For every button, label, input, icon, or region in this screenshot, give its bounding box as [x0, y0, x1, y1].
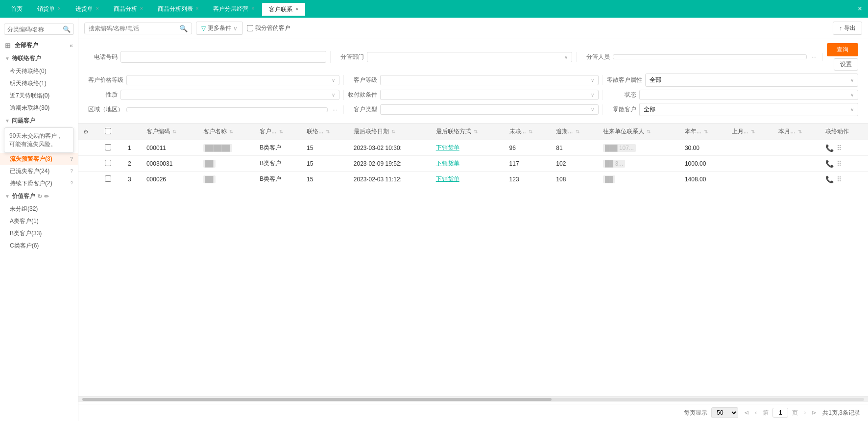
action-more-icon-2[interactable]: ⠿ [837, 175, 842, 183]
sidebar-item-class-a[interactable]: A类客户(1) [0, 215, 78, 227]
my-customers-checkbox[interactable] [247, 25, 253, 31]
col-last-month[interactable]: 上月... ⇅ [727, 124, 774, 140]
cell-checkbox-0[interactable] [100, 140, 123, 156]
sidebar-item-tomorrow[interactable]: 明天待联络(1) [0, 77, 78, 90]
query-btn[interactable]: 查询 [827, 43, 858, 56]
tab-customer-contact[interactable]: 客户联系 × [262, 2, 305, 16]
sidebar-collapse-icon[interactable]: « [70, 42, 73, 49]
col-not-contacted[interactable]: 未联... ⇅ [505, 124, 552, 140]
cell-checkbox-1[interactable] [100, 156, 123, 172]
page-first-icon[interactable]: ⊲ [742, 408, 751, 417]
filter-select-manager[interactable] [613, 54, 807, 59]
cell-last-way-2[interactable]: 下销货单 [431, 172, 505, 187]
sidebar-item-unclassified[interactable]: 未分组(32) [0, 203, 78, 215]
last-way-link-1[interactable]: 下销货单 [436, 160, 459, 167]
page-input[interactable] [772, 408, 788, 418]
tab-sales[interactable]: 销货单 × [30, 2, 68, 16]
sidebar-group-problem-header[interactable]: ▼ 问题客户 [0, 114, 78, 127]
more-filter-btn[interactable]: ▽ 更多条件 ∨ [196, 22, 243, 35]
col-code[interactable]: 客户编码 ⇅ [142, 124, 198, 140]
page-last-icon[interactable]: ⊳ [810, 408, 819, 417]
manager-dots-icon[interactable]: ··· [810, 53, 819, 60]
filter-select-status[interactable]: ∨ [639, 90, 858, 100]
action-more-icon-1[interactable]: ⠿ [837, 160, 842, 168]
search-input[interactable] [89, 25, 179, 32]
col-checkbox[interactable] [100, 124, 123, 140]
sidebar-item-overdue[interactable]: 逾期未联络(30) [0, 102, 78, 114]
action-phone-icon-2[interactable]: 📞 [825, 175, 834, 183]
col-settings[interactable]: ⚙ [78, 124, 100, 140]
cell-unit-contact-2: ██ [598, 172, 680, 187]
select-all-checkbox[interactable] [105, 128, 111, 134]
row-checkbox-1[interactable] [105, 160, 111, 166]
region-dots-icon[interactable]: ··· [331, 106, 339, 113]
filter-select-customer-type[interactable]: ∨ [380, 104, 599, 115]
tab-analysis[interactable]: 商品分析 × [107, 2, 150, 16]
col-contact[interactable]: 联络... ⇅ [302, 124, 349, 140]
tab-customer-tier[interactable]: 客户分层经营 × [206, 2, 261, 16]
cell-last-way-1[interactable]: 下销货单 [431, 156, 505, 172]
cell-last-way-0[interactable]: 下销货单 [431, 140, 505, 156]
action-phone-icon-1[interactable]: 📞 [825, 160, 834, 168]
filter-select-price-tier[interactable]: ∨ [126, 75, 339, 85]
col-this-year[interactable]: 本年... ⇅ [680, 124, 727, 140]
sidebar-item-class-b[interactable]: B类客户(33) [0, 227, 78, 240]
tab-customer-tier-close[interactable]: × [251, 2, 254, 16]
tab-purchase-close[interactable]: × [96, 2, 99, 16]
sidebar-group-pending-header[interactable]: ▼ 待联络客户 [0, 52, 78, 65]
toolbar-search-icon[interactable]: 🔍 [179, 25, 188, 32]
col-unit-contact[interactable]: 往来单位联系人 ⇅ [598, 124, 680, 140]
sidebar-all-customers[interactable]: ⊞ 全部客户 « [0, 39, 78, 52]
col-last-date[interactable]: 最后联络日期 ⇅ [349, 124, 431, 140]
row-checkbox-0[interactable] [105, 144, 111, 150]
last-way-link-2[interactable]: 下销货单 [436, 175, 459, 182]
tab-analysis-list-close[interactable]: × [196, 2, 199, 16]
page-nav: ⊲ ‹ 第 页 › ⊳ [742, 408, 819, 418]
filter-select-retail-attr[interactable]: 全部 ∨ [645, 74, 858, 87]
filter-select-payment[interactable]: ∨ [380, 90, 599, 100]
cell-checkbox-2[interactable] [100, 172, 123, 187]
filter-input-phone[interactable] [121, 51, 326, 63]
sidebar-item-7days[interactable]: 近7天待联络(0) [0, 90, 78, 102]
sidebar-group-value-header[interactable]: ▼ 价值客户 ↻ ✏ [0, 190, 78, 203]
sidebar-item-churn-warning[interactable]: 流失预警客户(3) ? [0, 153, 78, 165]
tab-sales-close[interactable]: × [58, 2, 61, 16]
action-more-icon-0[interactable]: ⠿ [837, 144, 842, 152]
row-checkbox-2[interactable] [105, 175, 111, 182]
value-edit-icon[interactable]: ✏ [44, 193, 49, 200]
settings-btn[interactable]: 设置 [834, 58, 858, 71]
page-prev-icon[interactable]: ‹ [753, 408, 759, 417]
per-page-select[interactable]: 50 100 200 [711, 407, 738, 418]
filter-label-region: 区域（地区） [88, 105, 123, 114]
col-overdue[interactable]: 逾期... ⇅ [551, 124, 598, 140]
export-btn[interactable]: ↑ 导出 [833, 22, 862, 35]
my-customers-checkbox-label[interactable]: 我分管的客户 [247, 24, 290, 32]
sidebar-search-icon[interactable]: 🔍 [63, 25, 71, 33]
filter-select-nature[interactable]: ∨ [121, 90, 339, 100]
tab-customer-contact-close[interactable]: × [295, 2, 298, 16]
filter-select-customer-tier[interactable]: ∨ [380, 75, 599, 85]
col-type[interactable]: 客户... ⇅ [255, 124, 302, 140]
sidebar-item-declining[interactable]: 持续下滑客户(2) ? [0, 177, 78, 190]
col-name[interactable]: 客户名称 ⇅ [198, 124, 255, 140]
tab-home[interactable]: 首页 [4, 2, 29, 16]
sidebar-item-class-c[interactable]: C类客户(6) [0, 240, 78, 252]
tab-analysis-close[interactable]: × [140, 2, 143, 16]
value-refresh-icon[interactable]: ↻ [37, 193, 42, 200]
action-phone-icon-0[interactable]: 📞 [825, 144, 834, 152]
sidebar-item-today[interactable]: 今天待联络(0) [0, 65, 78, 77]
sidebar-item-churned[interactable]: 已流失客户(24) ? [0, 165, 78, 177]
tab-analysis-list[interactable]: 商品分析列表 × [151, 2, 206, 16]
col-last-way[interactable]: 最后联络方式 ⇅ [431, 124, 505, 140]
page-next-icon[interactable]: › [802, 408, 808, 417]
horizontal-scrollbar[interactable] [78, 396, 868, 402]
sidebar-search-input[interactable] [7, 26, 63, 33]
tab-purchase[interactable]: 进货单 × [69, 2, 106, 16]
col-this-month[interactable]: 本月... ⇅ [773, 124, 820, 140]
last-way-link-0[interactable]: 下销货单 [436, 144, 459, 151]
filter-select-dept[interactable]: ∨ [367, 52, 573, 62]
filter-select-retail[interactable]: 全部 ∨ [639, 103, 858, 116]
window-close-btn[interactable]: × [856, 2, 864, 15]
scrollbar-thumb[interactable] [82, 398, 552, 401]
filter-select-region[interactable] [126, 107, 328, 112]
